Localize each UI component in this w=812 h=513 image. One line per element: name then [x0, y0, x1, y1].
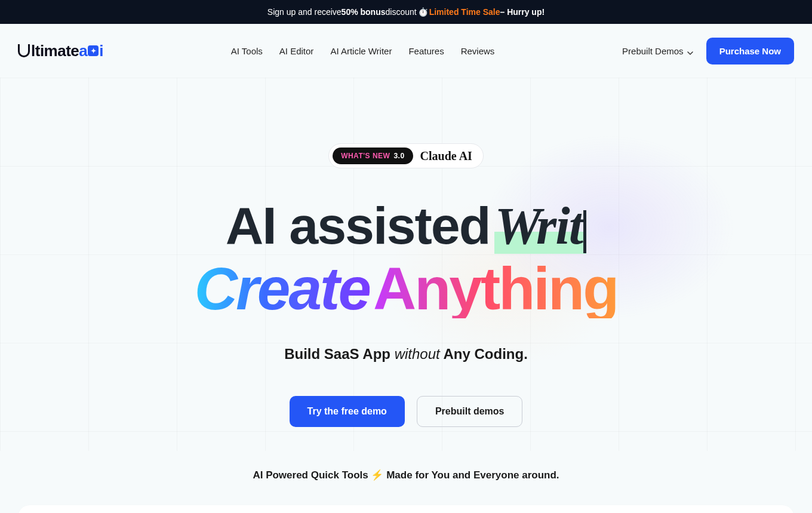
hero-subtitle: Build SaaS App without Any Coding.	[12, 346, 800, 363]
main-nav: AI Tools AI Editor AI Article Writer Fea…	[231, 46, 495, 56]
logo-ai-i: i	[99, 42, 103, 60]
tools-heading: AI Powered Quick Tools ⚡ Made for You an…	[18, 469, 794, 481]
hero-create-word: Create	[195, 259, 370, 318]
logo-u-icon	[18, 44, 30, 57]
hero-anything-word: Anything	[373, 259, 617, 318]
badge-product-label: Claude AI	[420, 149, 472, 163]
tools-section: AI Powered Quick Tools ⚡ Made for You an…	[0, 451, 812, 513]
nav-ai-article-writer[interactable]: AI Article Writer	[330, 46, 392, 56]
logo[interactable]: ltimate a ✦ i	[18, 42, 103, 60]
hero-title-static: AI assisted	[226, 198, 490, 253]
hero-sub-pre: Build SaaS App	[284, 346, 394, 362]
hero-sub-em: without	[395, 346, 440, 362]
badge-whats-new-label: WHAT'S NEW	[341, 152, 390, 160]
badge-version-pill: WHAT'S NEW 3.0	[333, 148, 413, 164]
hero-title-typed: Writ	[494, 199, 586, 254]
prebuilt-demos-dropdown[interactable]: Prebuilt Demos	[622, 46, 693, 56]
hero-sub-post: Any Coding.	[440, 346, 528, 362]
prebuilt-demos-label: Prebuilt Demos	[622, 46, 684, 56]
logo-ai: a ✦ i	[79, 42, 103, 60]
announce-text-pre: Sign up and receive	[267, 7, 342, 17]
announce-tail: – Hurry up!	[500, 7, 545, 17]
hero-gradient-title: Create Anything	[12, 259, 800, 318]
nav-reviews[interactable]: Reviews	[461, 46, 495, 56]
announce-sale: Limited Time Sale	[429, 7, 500, 17]
announce-text-post: discount	[386, 7, 417, 17]
purchase-now-button[interactable]: Purchase Now	[706, 38, 794, 64]
logo-ai-a: a	[79, 42, 87, 60]
nav-features[interactable]: Features	[408, 46, 444, 56]
hero-section: WHAT'S NEW 3.0 Claude AI AI assisted Wri…	[0, 78, 812, 451]
hero-title-typed-text: Writ	[494, 197, 582, 255]
nav-ai-tools[interactable]: AI Tools	[231, 46, 263, 56]
nav-ai-editor[interactable]: AI Editor	[279, 46, 314, 56]
logo-text: ltimate	[31, 42, 79, 60]
site-header: ltimate a ✦ i AI Tools AI Editor AI Arti…	[0, 24, 812, 78]
chevron-down-icon	[687, 48, 693, 54]
badge-version: 3.0	[393, 152, 404, 160]
announcement-bar[interactable]: Sign up and receive 50% bonus discount ⏱…	[0, 0, 812, 24]
hero-title: AI assisted Writ	[12, 198, 800, 254]
hero-cta-group: Try the free demo Prebuilt demos	[12, 396, 800, 427]
announce-bonus: 50% bonus	[342, 7, 386, 17]
try-free-demo-button[interactable]: Try the free demo	[290, 396, 405, 427]
sparkle-icon: ✦	[88, 45, 99, 56]
prebuilt-demos-button[interactable]: Prebuilt demos	[417, 396, 523, 427]
typing-cursor-icon	[583, 210, 586, 253]
whats-new-badge[interactable]: WHAT'S NEW 3.0 Claude AI	[328, 143, 484, 168]
tools-tab-card: AI Writer Text to Speech AI Chatbot AI I…	[18, 505, 794, 513]
clock-icon: ⏱️	[418, 7, 428, 17]
header-actions: Prebuilt Demos Purchase Now	[622, 38, 794, 64]
